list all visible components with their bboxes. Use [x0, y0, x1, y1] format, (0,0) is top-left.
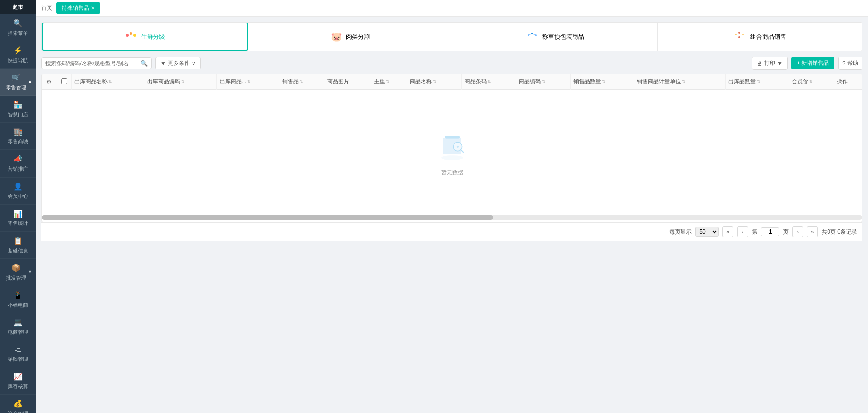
column-out-product-name[interactable]: 出库商品名称 ⇅: [71, 74, 144, 90]
sort-icon: ⇅: [542, 80, 545, 84]
active-tab-label: 特殊销售品: [62, 4, 89, 12]
retail-mall-icon: 🏬: [13, 127, 23, 137]
fresh-grade-label: 生鲜分级: [141, 33, 165, 41]
chevron-down-icon: ∨: [192, 60, 196, 67]
sidebar-item-search-menu[interactable]: 🔍 搜索菜单: [0, 14, 36, 41]
first-page-button[interactable]: «: [722, 226, 733, 237]
sidebar-item-wholesale[interactable]: 📦 批发管理 ▼: [0, 259, 36, 286]
meat-split-label: 肉类分割: [346, 33, 370, 41]
help-button[interactable]: ? 帮助: [838, 57, 862, 70]
sidebar-item-smart-store[interactable]: 🏪 智慧门店: [0, 96, 36, 123]
filter-button[interactable]: ▼ 更多条件 ∨: [155, 57, 201, 69]
sidebar-item-inventory[interactable]: 📈 库存核算: [0, 367, 36, 395]
sidebar-item-marketing[interactable]: 📣 营销推广: [0, 150, 36, 177]
sidebar-item-label: 电商管理: [8, 329, 28, 335]
column-sales-product[interactable]: 销售品 ⇅: [279, 74, 324, 90]
combo-sales-icon: [734, 31, 747, 42]
table-header-row: ⚙ 出库商品名称 ⇅ 出库商: [42, 74, 862, 90]
column-out-product-detail[interactable]: 出库商品... ⇅: [217, 74, 279, 90]
column-sales-qty[interactable]: 销售品数量 ⇅: [570, 74, 634, 90]
sidebar-item-member-center[interactable]: 👤 会员中心: [0, 178, 36, 205]
column-main-weight[interactable]: 主重 ⇅: [371, 74, 407, 90]
sidebar-item-basic-info[interactable]: 📋 基础信息: [0, 232, 36, 259]
sidebar-item-label: 零售管理: [6, 84, 26, 91]
sidebar-item-mini-mall[interactable]: 📱 小畅电商: [0, 286, 36, 313]
home-link[interactable]: 首页: [41, 4, 52, 12]
close-tab-icon[interactable]: ✕: [91, 6, 95, 11]
sidebar-item-label: 会员中心: [8, 193, 28, 199]
column-operation: 操作: [834, 74, 862, 90]
sidebar-item-retail-manage[interactable]: 🛒 零售管理 ▲: [0, 69, 36, 96]
toolbar-left: 🔍 ▼ 更多条件 ∨: [41, 57, 201, 69]
svg-point-2: [133, 34, 136, 37]
sidebar-item-label: 零售商城: [8, 138, 28, 145]
data-table: ⚙ 出库商品名称 ⇅ 出库商: [42, 74, 862, 90]
retail-manage-icon: 🛒: [11, 73, 21, 83]
column-product-name[interactable]: 商品名称 ⇅: [407, 74, 461, 90]
retail-stats-icon: 📊: [13, 209, 23, 219]
filter-label: 更多条件: [168, 59, 190, 67]
search-menu-icon: 🔍: [13, 19, 23, 29]
sidebar-item-quick-nav[interactable]: ⚡ 快捷导航: [0, 41, 36, 69]
meat-split-icon: 🐷: [331, 31, 342, 42]
category-tab-fresh-grade[interactable]: 生鲜分级: [42, 23, 248, 51]
new-label: + 新增销售品: [797, 59, 829, 67]
sidebar: 超市 🔍 搜索菜单 ⚡ 快捷导航 🛒 零售管理 ▲ 🏪 智慧门店 🏬 零售商城 …: [0, 0, 36, 413]
sidebar-item-finance[interactable]: 💰 资金管理: [0, 395, 36, 413]
sort-icon: ⇅: [108, 80, 112, 84]
filter-icon: ▼: [160, 60, 166, 67]
select-all-checkbox[interactable]: [61, 78, 67, 84]
sort-icon: ⇅: [181, 80, 185, 84]
weighed-prepack-icon: [526, 31, 539, 42]
search-box[interactable]: 🔍: [41, 57, 152, 69]
total-label: 共0页 0条记录: [822, 228, 857, 236]
svg-point-10: [742, 34, 744, 35]
svg-point-8: [735, 34, 737, 35]
new-button[interactable]: + 新增销售品: [791, 57, 834, 69]
active-tab[interactable]: 特殊销售品 ✕: [56, 2, 100, 14]
svg-rect-14: [445, 136, 460, 138]
prev-page-button[interactable]: ‹: [737, 226, 748, 237]
sidebar-item-label: 智慧门店: [8, 111, 28, 118]
inventory-icon: 📈: [13, 372, 23, 382]
member-center-icon: 👤: [13, 182, 23, 192]
column-product-barcode[interactable]: 商品条码 ⇅: [461, 74, 516, 90]
smart-store-icon: 🏪: [13, 100, 23, 110]
category-tab-meat-split[interactable]: 🐷 肉类分割: [248, 23, 453, 51]
per-page-select[interactable]: 50 10 20 100: [695, 227, 719, 237]
column-sales-unit[interactable]: 销售商品计量单位 ⇅: [634, 74, 726, 90]
sidebar-item-label: 快捷导航: [8, 57, 28, 63]
sidebar-item-retail-mall[interactable]: 🏬 零售商城: [0, 123, 36, 150]
wholesale-icon: 📦: [11, 264, 21, 273]
search-input[interactable]: [45, 60, 140, 67]
sort-icon: ⇅: [300, 80, 303, 84]
column-member-price[interactable]: 会员价 ⇅: [789, 74, 834, 90]
column-settings[interactable]: ⚙: [42, 74, 57, 90]
search-icon: 🔍: [140, 60, 148, 67]
column-out-qty[interactable]: 出库品数量 ⇅: [725, 74, 789, 90]
toolbar-right: 🖨 打印 ▼ + 新增销售品 ? 帮助: [752, 57, 862, 70]
chevron-right-icon: ▼: [28, 270, 32, 275]
last-page-button[interactable]: »: [807, 226, 818, 237]
column-product-image: 商品图片: [324, 74, 371, 90]
sidebar-item-ecommerce[interactable]: 💻 电商管理: [0, 313, 36, 340]
column-checkbox[interactable]: [57, 74, 71, 90]
horizontal-scrollbar[interactable]: [42, 215, 862, 220]
chevron-down-icon: ▼: [777, 60, 783, 67]
category-tab-weighed-prepack[interactable]: 称重预包装商品: [453, 23, 658, 51]
column-out-product-code[interactable]: 出库商品编码 ⇅: [144, 74, 216, 90]
sidebar-item-retail-stats[interactable]: 📊 零售统计: [0, 205, 36, 232]
sidebar-item-label: 采购管理: [8, 356, 28, 362]
combo-sales-label: 组合商品销售: [750, 33, 786, 41]
sidebar-item-label: 搜索菜单: [8, 30, 28, 36]
sort-icon: ⇅: [602, 80, 606, 84]
column-product-code[interactable]: 商品编码 ⇅: [516, 74, 570, 90]
page-number-input[interactable]: [761, 227, 779, 236]
category-tab-combo-sales[interactable]: 组合商品销售: [658, 23, 862, 51]
page-label: 页: [783, 228, 789, 236]
sidebar-item-purchase[interactable]: 🛍 采购管理: [0, 340, 36, 367]
next-page-button[interactable]: ›: [792, 226, 803, 237]
print-button[interactable]: 🖨 打印 ▼: [752, 57, 788, 70]
scrollbar-thumb[interactable]: [42, 215, 493, 220]
svg-point-9: [738, 32, 740, 34]
